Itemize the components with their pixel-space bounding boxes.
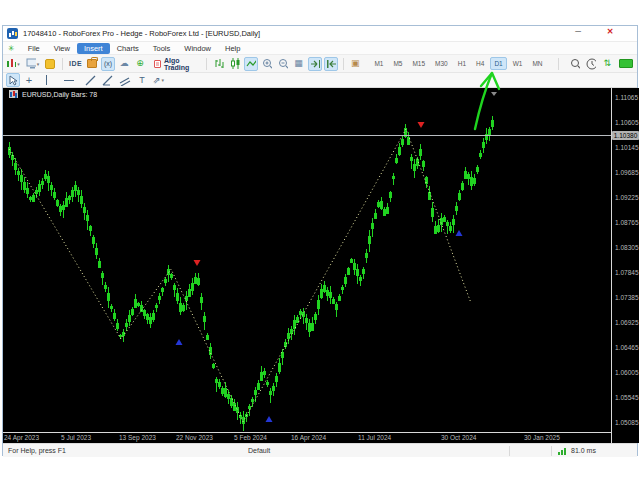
- chevron-down-icon[interactable]: ▾: [37, 61, 40, 67]
- price-axis-label: 1.06005: [615, 369, 639, 376]
- crosshair-icon: +: [26, 75, 32, 86]
- vertical-line-icon: [46, 75, 47, 85]
- timeframe-mn-button[interactable]: MN: [528, 57, 546, 70]
- timeframe-m15-button[interactable]: M15: [408, 57, 429, 70]
- signal-bars-icon: [558, 448, 568, 455]
- date-axis-label: 30 Oct 2024: [441, 434, 476, 441]
- auto-scroll-button[interactable]: [308, 57, 322, 71]
- connection-button[interactable]: ⇅: [600, 57, 614, 71]
- angle-trendline-icon: [102, 75, 113, 86]
- menu-item-help[interactable]: Help: [218, 43, 247, 54]
- line-chart-button[interactable]: [244, 57, 258, 71]
- price-chart: [3, 88, 639, 443]
- price-axis-label: 1.08765: [615, 219, 639, 226]
- line-chart-icon: [246, 58, 256, 69]
- standard-toolbar: ▾ ▾ IDE (x) ☁ ⊕ Algo Trading: [3, 55, 637, 73]
- zoom-out-button[interactable]: [276, 57, 290, 71]
- buy-arrow-marker: [456, 230, 463, 236]
- clock-icon: [586, 58, 596, 70]
- close-button[interactable]: ✕: [599, 27, 621, 40]
- status-separator: [509, 446, 510, 456]
- app-icon: [7, 28, 18, 39]
- timeframe-m5-button[interactable]: M5: [389, 57, 406, 70]
- chevron-down-icon[interactable]: ▾: [17, 61, 20, 67]
- menu-item-charts[interactable]: Charts: [110, 43, 146, 54]
- chart-shift-button[interactable]: [324, 57, 338, 71]
- scroll-to-end-marker: [491, 92, 497, 96]
- timeframe-h4-button[interactable]: H4: [472, 57, 488, 70]
- text-tool-icon: T: [139, 76, 145, 85]
- menu-item-window[interactable]: Window: [177, 43, 218, 54]
- chevron-down-icon[interactable]: ▾: [162, 77, 165, 83]
- title-bar: 17048410 - RoboForex Pro - Hedge - RoboF…: [3, 26, 637, 42]
- zoom-out-icon: [278, 58, 288, 70]
- chart-shift-icon: [326, 59, 336, 69]
- profiles-button[interactable]: ▾: [24, 57, 42, 71]
- status-profile[interactable]: Default: [248, 447, 270, 454]
- toolbar-separator: [62, 58, 63, 70]
- community-button[interactable]: ⊕: [133, 57, 147, 71]
- toolbar-separator: [343, 58, 344, 70]
- timeframe-m30-button[interactable]: M30: [431, 57, 452, 70]
- sell-arrow-marker: [194, 260, 201, 266]
- tile-windows-button[interactable]: ▣: [348, 57, 362, 71]
- timeframe-d1-button[interactable]: D1: [490, 57, 506, 70]
- grid-button[interactable]: ▦: [292, 57, 306, 71]
- cloud-button[interactable]: ☁: [117, 57, 131, 71]
- timeframe-m1-button[interactable]: M1: [370, 57, 387, 70]
- menu-item-insert[interactable]: Insert: [77, 43, 110, 54]
- zoom-in-icon: [262, 58, 272, 70]
- algo-trading-button[interactable]: Algo Trading: [152, 57, 201, 71]
- profiles-icon: [26, 58, 36, 69]
- trendline-tool-button[interactable]: [83, 73, 98, 87]
- price-axis-label: 1.07385: [615, 294, 639, 301]
- new-order-button[interactable]: [43, 57, 57, 71]
- status-bar: For Help, press F1 Default 81.0 ms: [3, 443, 637, 457]
- clock-button[interactable]: [584, 57, 598, 71]
- buy-arrow-marker: [176, 339, 183, 345]
- menu-item-view[interactable]: View: [47, 43, 77, 54]
- new-chart-button[interactable]: ▾: [4, 57, 22, 71]
- price-axis-label: 1.07845: [615, 269, 639, 276]
- minimize-button[interactable]: ─: [567, 27, 589, 40]
- price-axis-label: 1.10145: [615, 144, 639, 151]
- date-axis-label: 5 Feb 2024: [234, 434, 267, 441]
- new-chart-icon: [6, 58, 16, 69]
- ide-button[interactable]: IDE: [68, 57, 83, 71]
- text-tool-button[interactable]: T: [135, 73, 149, 87]
- horizontal-line-tool-button[interactable]: [57, 73, 81, 87]
- drawing-toolbar: + T ⇗ ▾: [3, 73, 637, 88]
- price-axis-label: 1.08305: [615, 244, 639, 251]
- menu-item-file[interactable]: File: [21, 43, 47, 54]
- crosshair-tool-button[interactable]: +: [22, 73, 36, 87]
- angle-trendline-tool-button[interactable]: [100, 73, 115, 87]
- connection-icon: ⇅: [604, 59, 612, 68]
- zoom-in-button[interactable]: [260, 57, 274, 71]
- menu-item-tools[interactable]: Tools: [146, 43, 178, 54]
- arrows-tool-icon: ⇗: [153, 76, 161, 85]
- signal-markers: [176, 92, 498, 422]
- tile-windows-icon: ▣: [351, 59, 360, 68]
- cursor-tool-button[interactable]: [6, 73, 20, 87]
- date-axis-label: 24 Apr 2023: [4, 434, 39, 441]
- candles-chart-button[interactable]: [228, 57, 242, 71]
- timeframe-h1-button[interactable]: H1: [454, 57, 470, 70]
- chart-area[interactable]: EURUSD,Daily Bars: 78 1.110651.106051.10…: [3, 88, 639, 443]
- search-button[interactable]: [568, 57, 582, 71]
- bar-chart-icon: [214, 58, 224, 69]
- toolbox-icon: [87, 59, 97, 68]
- arrows-tool-button[interactable]: ⇗ ▾: [151, 73, 166, 87]
- metaeditor-button[interactable]: [85, 57, 99, 71]
- timeframe-w1-button[interactable]: W1: [509, 57, 527, 70]
- current-price-tag: 1.10380: [612, 131, 639, 140]
- date-axis-label: 5 Jul 2023: [61, 434, 91, 441]
- calculator-button[interactable]: (x): [101, 57, 115, 71]
- vertical-line-tool-button[interactable]: [38, 73, 55, 87]
- channel-tool-button[interactable]: [117, 73, 133, 87]
- channel-icon: [119, 75, 131, 86]
- bar-chart-button[interactable]: [212, 57, 226, 71]
- date-axis-label: 30 Jan 2025: [524, 434, 560, 441]
- chart-mini-icon: [9, 90, 18, 98]
- auto-scroll-icon: [310, 59, 320, 69]
- chart-symbol-label: EURUSD,Daily Bars: 78: [9, 90, 97, 98]
